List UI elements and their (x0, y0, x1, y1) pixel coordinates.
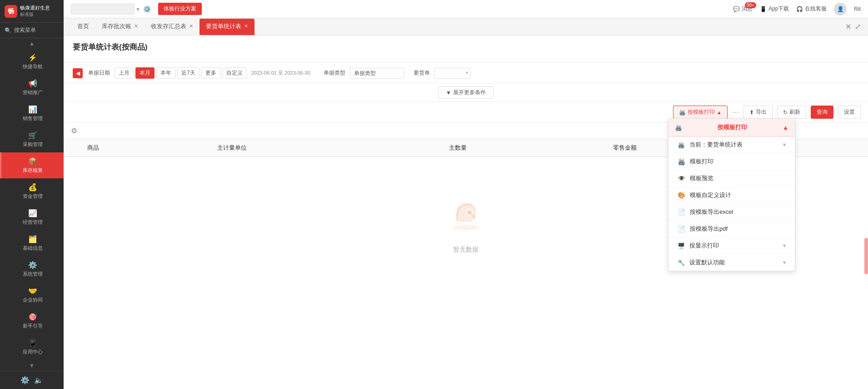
action-bar: 🖨️ 按模板打印 ▲ ··· ⬆ 导出 ↻ 刷新 查询 设置 🖨️ 按模板打印 … (64, 102, 868, 123)
filter-row-date: 单据日期 上月 本月 本年 近7天 更多 自定义 2023-06-01 至 20… (88, 67, 859, 79)
industry-solution-button[interactable]: 体验行业方案 (158, 3, 202, 15)
topbar-app-download[interactable]: 📱 App下载 (760, 5, 789, 13)
maximize-window-icon[interactable]: ⤢ (855, 22, 861, 31)
sidebar-item-inventory[interactable]: 📦 库存核算 (0, 152, 64, 178)
print-template-design-item[interactable]: 🎨 模板自定义设计 (668, 187, 795, 204)
sidebar-item-sales[interactable]: 📊 销售管理 (0, 101, 64, 126)
template-design-icon: 🎨 (678, 192, 685, 199)
app-download-icon: 📱 (760, 6, 767, 12)
print-dropdown-chevron: ▲ (717, 110, 722, 115)
print-dropdown-title: 按模板打印 (718, 123, 747, 131)
topbar-online-service[interactable]: 🎧 在线客服 (796, 5, 827, 13)
sidebar-item-finance[interactable]: 💰 资金管理 (0, 178, 64, 204)
sidebar-scroll-up[interactable]: ▲ (0, 38, 64, 49)
export-button[interactable]: ⬆ 导出 (743, 106, 773, 119)
more-actions-icon[interactable]: ··· (732, 107, 739, 117)
tab-batch[interactable]: 库存批次账 ✕ (95, 19, 145, 35)
tab-close-collection[interactable]: ✕ (189, 23, 193, 29)
sidebar-item-appcenter[interactable]: 📱 应用中心 (0, 334, 64, 360)
page-header: 要货单统计表(按商品) (64, 35, 868, 63)
topbar-dropdown-icon[interactable]: ▾ (136, 5, 140, 13)
filter-collapse-button[interactable]: ◀ (73, 68, 83, 78)
topbar: ▾ ⚙️ 体验行业方案 💬 消息 99+ 📱 App下载 🎧 在线客服 👤 Ri… (64, 0, 868, 18)
footer-settings-icon[interactable]: ⚙️ (20, 376, 30, 384)
sidebar-nav: ⚡ 快捷导航 📢 营销推广 📊 销售管理 🛒 采购管理 📦 库存核算 💰 资金管… (0, 49, 64, 360)
print-dropdown-collapse-icon[interactable]: ▲ (783, 124, 788, 131)
template-print-icon: 🖨️ (678, 158, 685, 165)
date-custom-button[interactable]: 自定义 (222, 67, 247, 79)
sidebar-item-basic[interactable]: 🗂️ 基础信息 (0, 230, 64, 256)
appcenter-icon: 📱 (28, 338, 37, 347)
right-scrollbar[interactable] (864, 238, 868, 274)
sidebar-item-operation[interactable]: 📈 经营管理 (0, 204, 64, 230)
default-func-chevron: ▾ (783, 259, 786, 266)
type-select[interactable]: 单据类型 (350, 68, 404, 79)
sidebar-item-coop[interactable]: 🤝 企业协同 (0, 282, 64, 308)
print-template-button[interactable]: 🖨️ 按模板打印 ▲ (673, 106, 728, 119)
date-more-button[interactable]: 更多 (201, 67, 220, 79)
empty-state-text: 暂无数据 (453, 246, 479, 254)
print-display-section[interactable]: 🖥️ 按显示打印 ▾ (668, 237, 795, 254)
date-prev-month-button[interactable]: 上月 (115, 67, 134, 79)
print-template-preview-item[interactable]: 👁️ 模板预览 (668, 170, 795, 187)
topbar-message[interactable]: 💬 消息 99+ (733, 5, 753, 13)
avatar-icon: 👤 (837, 6, 844, 12)
topbar-right: 💬 消息 99+ 📱 App下载 🎧 在线客服 👤 Rit (733, 3, 861, 15)
close-window-icon[interactable]: ✕ (845, 22, 851, 31)
sidebar-item-marketing[interactable]: 📢 营销推广 (0, 75, 64, 101)
sidebar-item-wxbiz[interactable]: 💬 企业微信 (0, 360, 64, 360)
goods-select[interactable] (434, 68, 471, 79)
topbar-avatar[interactable]: 👤 (834, 3, 847, 15)
template-excel-icon: 📄 (678, 208, 685, 216)
expand-more-row: ▼ 展开更多条件 (64, 84, 868, 102)
tab-order-stat[interactable]: 要货单统计表 ✕ (200, 19, 254, 35)
query-button[interactable]: 查询 (811, 106, 833, 119)
col-product (64, 139, 82, 157)
print-current-template[interactable]: 🖨️ 当前：要货单统计表 ▾ (668, 136, 795, 153)
display-print-chevron: ▾ (783, 242, 786, 249)
shortcut-icon: ⚡ (28, 53, 37, 62)
topbar-gear-icon[interactable]: ⚙️ (143, 5, 151, 13)
print-icon: 🖨️ (679, 109, 686, 116)
purchase-icon: 🛒 (28, 131, 37, 140)
system-icon: ⚙️ (28, 261, 37, 269)
filter-body: 单据日期 上月 本月 本年 近7天 更多 自定义 2023-06-01 至 20… (88, 67, 859, 79)
sidebar-search[interactable]: 🔍 搜索菜单 (0, 23, 64, 38)
refresh-button[interactable]: ↻ 刷新 (777, 106, 806, 119)
print-template-pdf-item[interactable]: 📄 按模板导出pdf (668, 221, 795, 237)
type-filter-label: 单据类型 (324, 69, 345, 77)
sidebar-item-purchase[interactable]: 🛒 采购管理 (0, 126, 64, 152)
expand-more-button[interactable]: ▼ 展开更多条件 (438, 86, 494, 99)
date-current-year-button[interactable]: 本年 (156, 67, 175, 79)
date-7days-button[interactable]: 近7天 (177, 67, 200, 79)
svg-point-0 (452, 225, 479, 230)
refresh-icon: ↻ (783, 109, 788, 116)
date-current-month-button[interactable]: 本月 (135, 67, 155, 79)
col-extra (806, 139, 868, 157)
inventory-icon: 📦 (28, 157, 37, 166)
sidebar-item-shortcut[interactable]: ⚡ 快捷导航 (0, 49, 64, 75)
print-default-section[interactable]: 🔧 设置默认功能 ▾ (668, 254, 795, 271)
table-column-settings-icon[interactable]: ⚙ (71, 126, 77, 135)
col-unit: 主计量单位 (212, 139, 444, 157)
topbar-username: Rit (854, 6, 861, 12)
coop-icon: 🤝 (28, 287, 37, 295)
sidebar-item-newguide[interactable]: 🎯 新手引导 (0, 308, 64, 334)
print-template-print-item[interactable]: 🖨️ 模板打印 (668, 153, 795, 170)
footer-sound-icon[interactable]: 🔈 (34, 376, 43, 384)
topbar-search-input[interactable] (71, 4, 135, 15)
window-buttons: ✕ ⤢ (845, 22, 861, 31)
message-icon: 💬 (733, 6, 740, 12)
print-template-excel-item[interactable]: 📄 按模板导出excel (668, 204, 795, 221)
tab-close-batch[interactable]: ✕ (134, 23, 138, 29)
tab-home[interactable]: 首页 (71, 19, 95, 35)
expand-more-icon: ▼ (446, 90, 451, 96)
svg-point-2 (467, 210, 472, 215)
display-print-icon: 🖥️ (678, 242, 685, 249)
sidebar-scroll-down[interactable]: ▼ (0, 360, 64, 371)
settings-button[interactable]: 设置 (838, 106, 861, 119)
newguide-icon: 🎯 (28, 313, 37, 321)
sidebar-item-system[interactable]: ⚙️ 系统管理 (0, 256, 64, 282)
tab-collection[interactable]: 收发存汇总表 ✕ (145, 19, 200, 35)
tab-close-order-stat[interactable]: ✕ (244, 23, 248, 29)
